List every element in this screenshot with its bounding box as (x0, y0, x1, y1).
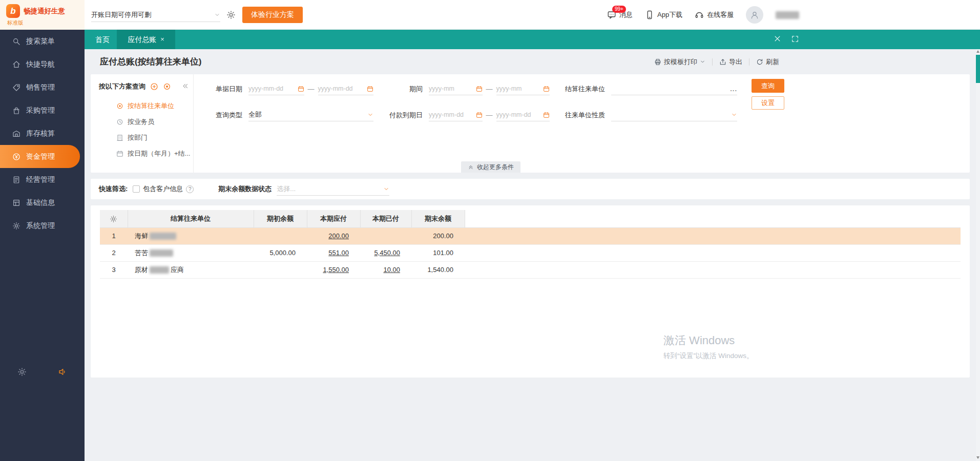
refresh-button[interactable]: 刷新 (756, 57, 779, 67)
sidebar: 搜索菜单 快捷导航 销售管理 采购管理 库存核算 资金管理 经营管理 基础信息 … (0, 30, 85, 461)
app-download-button[interactable]: App下载 (645, 10, 682, 19)
sidebar-item-search-menu[interactable]: 搜索菜单 (0, 30, 85, 53)
system-gear-icon (12, 222, 20, 230)
volume-icon[interactable] (58, 367, 67, 376)
online-service-button[interactable]: 在线客服 (695, 10, 734, 19)
row-index: 1 (100, 227, 128, 244)
scroll-up-arrow[interactable] (976, 50, 979, 53)
help-icon[interactable]: ? (186, 185, 194, 193)
add-scheme-icon[interactable] (150, 82, 158, 91)
due-date-start-input[interactable]: yyyy-mm-dd (429, 109, 483, 121)
paid-cell: 10.00 (360, 261, 411, 278)
print-by-template-button[interactable]: 按模板打印 (654, 57, 705, 67)
sidebar-item-sales[interactable]: 销售管理 (0, 76, 85, 99)
paid-amount-link[interactable]: 10.00 (383, 266, 400, 274)
query-type-label: 查询类型 (206, 111, 242, 120)
user-avatar[interactable] (746, 6, 763, 24)
vertical-scrollbar[interactable] (976, 49, 980, 461)
sidebar-item-system[interactable]: 系统管理 (0, 214, 85, 237)
sidebar-item-purchase[interactable]: 采购管理 (0, 99, 85, 122)
collapse-more-conditions[interactable]: 收起更多条件 (461, 161, 520, 173)
tab-home[interactable]: 首页 (88, 30, 117, 49)
sidebar-item-inventory[interactable]: 库存核算 (0, 122, 85, 145)
target-icon[interactable] (163, 82, 171, 91)
close-icon[interactable] (774, 35, 781, 43)
partner-label: 结算往来单位 (556, 85, 605, 94)
trial-plan-button[interactable]: 体验行业方案 (242, 7, 303, 23)
column-header-payable: 本期应付 (307, 210, 360, 227)
calendar-icon[interactable] (476, 86, 483, 92)
scroll-down-arrow[interactable] (976, 456, 979, 459)
sidebar-item-label: 资金管理 (26, 152, 55, 161)
payable-amount-link[interactable]: 1,550.00 (323, 266, 349, 274)
settings-gear-icon[interactable] (226, 10, 236, 19)
sidebar-item-base-info[interactable]: 基础信息 (0, 191, 85, 214)
fullscreen-icon[interactable] (791, 35, 799, 43)
calendar-icon[interactable] (543, 86, 550, 92)
due-date-end-input[interactable]: yyyy-mm-dd (496, 109, 550, 121)
payable-amount-link[interactable]: 551.00 (328, 249, 349, 257)
tab-accounts-payable[interactable]: 应付总账 × (117, 30, 175, 49)
paid-amount-link[interactable]: 5,450.00 (374, 249, 400, 257)
export-button[interactable]: 导出 (719, 57, 742, 67)
sidebar-item-operations[interactable]: 经营管理 (0, 168, 85, 191)
sidebar-item-quick-nav[interactable]: 快捷导航 (0, 53, 85, 76)
settings-button[interactable]: 设置 (752, 96, 784, 110)
sidebar-item-funds[interactable]: 资金管理 (0, 145, 80, 168)
query-type-value: 全部 (248, 110, 262, 119)
warehouse-icon (12, 130, 20, 138)
balance-status-label: 期末余额数据状态 (218, 184, 272, 194)
period-end-input[interactable]: yyyy-mm (496, 82, 550, 95)
account-period-select[interactable]: 开账日期可停用可删 (91, 8, 220, 22)
scheme-by-date[interactable]: 按日期（年月）+结... (99, 145, 193, 161)
scrollbar-thumb[interactable] (976, 55, 980, 83)
partner-name-text: 应商 (171, 266, 184, 274)
main-content: 应付总账(按结算往来单位) 按模板打印 导出 刷新 按以下方案查询 (85, 49, 976, 461)
collapse-panel-icon[interactable] (182, 82, 189, 90)
partner-input[interactable]: ... (611, 82, 737, 95)
scheme-by-salesperson[interactable]: 按业务员 (99, 114, 193, 130)
calendar-icon[interactable] (476, 112, 483, 118)
table-header-row: 结算往来单位 期初余额 本期应付 本期已付 期末余额 (100, 210, 961, 227)
payable-amount-link[interactable]: 200.00 (328, 232, 349, 240)
tab-close-icon[interactable]: × (160, 30, 164, 49)
partner-name-cell: 原材应商 (128, 261, 254, 278)
include-customer-checkbox[interactable] (133, 185, 140, 193)
calendar-icon[interactable] (543, 112, 550, 118)
row-index: 3 (100, 261, 128, 278)
partner-type-select[interactable] (611, 109, 737, 121)
range-separator: — (486, 85, 493, 93)
more-ellipsis-button[interactable]: ... (730, 85, 737, 93)
balance-status-select[interactable]: 选择... (277, 183, 389, 196)
doc-date-end-input[interactable]: yyyy-mm-dd (318, 82, 374, 95)
calendar-icon (116, 150, 123, 157)
tag-icon (12, 83, 20, 92)
scheme-by-partner[interactable]: 按结算往来单位 (99, 98, 193, 114)
table-row[interactable]: 3 原材应商 1,550.00 10.00 1,540.00 (100, 261, 961, 278)
table-row[interactable]: 1 海鲜 200.00 200.00 (100, 227, 961, 244)
chevron-down-icon (214, 12, 220, 18)
table-gear-icon[interactable] (110, 215, 117, 223)
doc-date-start-input[interactable]: yyyy-mm-dd (248, 82, 304, 95)
calendar-icon[interactable] (298, 86, 304, 92)
scheme-by-department[interactable]: 按部门 (99, 130, 193, 145)
payable-cell: 200.00 (307, 227, 360, 244)
search-button[interactable]: 查询 (752, 79, 784, 93)
footer-gear-icon[interactable] (17, 367, 27, 376)
paid-cell (360, 227, 411, 244)
calendar-icon[interactable] (367, 86, 373, 92)
messages-button[interactable]: 99+ 消息 (607, 10, 633, 19)
filler-cell (465, 244, 961, 261)
period-label: 期间 (380, 85, 423, 94)
partner-name-cell: 海鲜 (128, 227, 254, 244)
placeholder: yyyy-mm-dd (318, 85, 353, 92)
placeholder: 选择... (277, 184, 296, 194)
table-row[interactable]: 2 苦苦 5,000.00 551.00 5,450.00 101.00 (100, 244, 961, 261)
payable-cell: 551.00 (307, 244, 360, 261)
watermark-title: 激活 Windows (663, 333, 754, 348)
query-type-select[interactable]: 全部 (248, 109, 373, 121)
period-start-input[interactable]: yyyy-mm (429, 82, 483, 95)
sidebar-footer (0, 363, 85, 381)
due-date-label: 付款到期日 (380, 111, 423, 120)
partner-name-text: 苦苦 (135, 249, 148, 257)
